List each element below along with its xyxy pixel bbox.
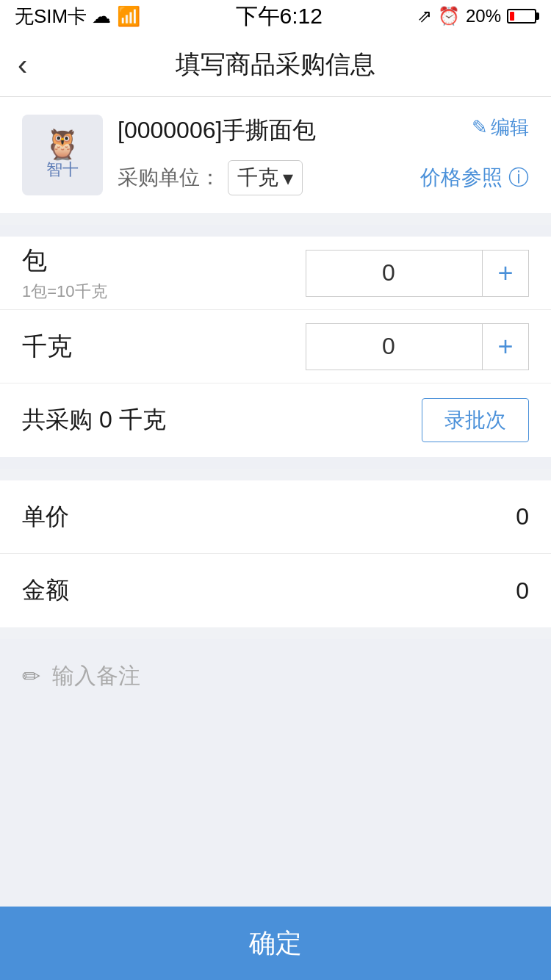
page-title: 填写商品采购信息	[176, 48, 375, 82]
section-divider-1	[0, 225, 551, 237]
unit-price-row: 单价 0	[0, 480, 551, 554]
status-time: 下午6:12	[236, 1, 323, 32]
bag-quantity-input[interactable]	[306, 250, 482, 297]
battery-percent: 20%	[466, 6, 501, 26]
confirm-button[interactable]: 确定	[0, 907, 551, 980]
remark-section[interactable]: ✏ 输入备注	[0, 639, 551, 713]
location-icon: ⇗	[417, 6, 432, 26]
brand-name: 智十	[46, 159, 79, 181]
kg-quantity-input[interactable]	[306, 323, 482, 370]
unit-prefix: 采购单位：	[118, 164, 220, 192]
amount-row: 金额 0	[0, 554, 551, 627]
battery-icon	[507, 9, 536, 24]
unit-price-label: 单价	[22, 501, 69, 533]
content-spacer	[0, 713, 551, 907]
unit-value: 千克	[237, 164, 278, 192]
product-header: [0000006]手撕面包 ✎ 编辑	[118, 115, 529, 147]
summary-unit: 千克	[119, 406, 166, 433]
summary-text: 共采购 0 千克	[22, 404, 166, 436]
price-ref-label: 价格参照	[420, 164, 503, 192]
price-section: 单价 0 金额 0	[0, 480, 551, 627]
summary-prefix: 共采购	[22, 406, 99, 433]
quantity-input-section: 包 1包=10千克 + 千克 +	[0, 237, 551, 383]
amount-label: 金额	[22, 574, 69, 607]
batch-button[interactable]: 录批次	[422, 398, 529, 442]
bag-input-row: 包 1包=10千克 +	[0, 237, 551, 310]
nav-bar: ‹ 填写商品采购信息	[0, 32, 551, 97]
summary-amount: 0	[99, 406, 119, 433]
bag-label: 包 1包=10千克	[22, 244, 107, 303]
product-name: [0000006]手撕面包	[118, 115, 316, 147]
unit-label: 采购单位： 千克 ▾	[118, 160, 303, 195]
help-icon: ⓘ	[508, 164, 529, 192]
kg-input-row: 千克 +	[0, 310, 551, 383]
product-unit-row: 采购单位： 千克 ▾ 价格参照 ⓘ	[118, 160, 529, 195]
kg-label-main: 千克	[22, 330, 72, 364]
owl-logo-icon: 🦉	[44, 129, 81, 159]
edit-label: 编辑	[491, 115, 529, 140]
kg-plus-button[interactable]: +	[482, 323, 529, 370]
product-card: 🦉 智十 [0000006]手撕面包 ✎ 编辑 采购单位： 千克 ▾	[0, 97, 551, 213]
bag-label-sub: 1包=10千克	[22, 281, 107, 303]
edit-button[interactable]: ✎ 编辑	[472, 115, 529, 140]
back-button[interactable]: ‹	[18, 50, 27, 79]
status-right: ⇗ ⏰ 20%	[417, 6, 536, 26]
bag-input-right: +	[306, 250, 529, 297]
unit-price-value: 0	[516, 503, 529, 530]
amount-value: 0	[516, 577, 529, 605]
product-info: [0000006]手撕面包 ✎ 编辑 采购单位： 千克 ▾ 价格参照 ⓘ	[118, 115, 529, 195]
status-left: 无SIM卡 ☁ 📶	[15, 4, 140, 29]
dropdown-icon: ▾	[283, 166, 293, 190]
summary-row: 共采购 0 千克 录批次	[0, 383, 551, 457]
kg-input-right: +	[306, 323, 529, 370]
bag-plus-button[interactable]: +	[482, 250, 529, 297]
section-divider-2	[0, 457, 551, 469]
sim-status: 无SIM卡 ☁	[15, 4, 111, 29]
unit-select[interactable]: 千克 ▾	[228, 160, 303, 195]
wifi-icon: 📶	[117, 5, 140, 28]
status-bar: 无SIM卡 ☁ 📶 下午6:12 ⇗ ⏰ 20%	[0, 0, 551, 32]
product-thumbnail: 🦉 智十	[22, 115, 103, 195]
remark-placeholder: 输入备注	[52, 661, 140, 691]
pencil-icon: ✏	[22, 663, 40, 689]
kg-label: 千克	[22, 330, 72, 364]
content: 🦉 智十 [0000006]手撕面包 ✎ 编辑 采购单位： 千克 ▾	[0, 97, 551, 907]
price-reference-button[interactable]: 价格参照 ⓘ	[420, 164, 529, 192]
alarm-icon: ⏰	[438, 6, 460, 26]
edit-icon: ✎	[472, 116, 488, 139]
bag-label-main: 包	[22, 244, 107, 278]
